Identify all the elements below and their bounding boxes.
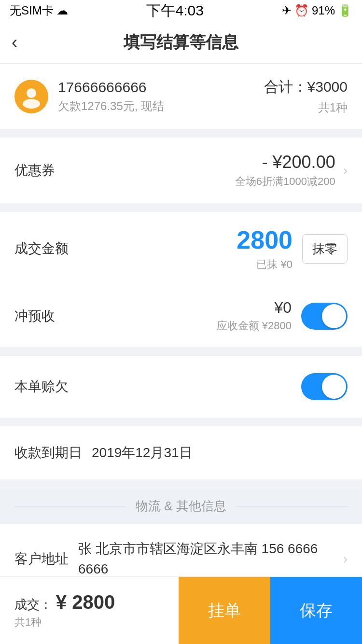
sim-status: 无SIM卡 ☁ (10, 3, 68, 18)
coupon-desc: 全场6折满1000减200 (235, 174, 335, 189)
chong-right: ¥0 应收金额 ¥2800 (217, 299, 348, 333)
avatar (14, 80, 48, 113)
bottom-btn-group: 挂单 保存 (179, 577, 362, 644)
divider (0, 479, 362, 488)
status-bar: 无SIM卡 ☁ 下午4:03 ✈ ⏰ 91% 🔋 (0, 0, 362, 21)
bottom-count: 共1种 (14, 615, 164, 630)
chong-amount: ¥0 (217, 299, 292, 317)
address-chevron-icon: › (343, 551, 348, 567)
bottom-amount: ¥ 2800 (56, 591, 115, 613)
chong-label: 冲预收 (14, 307, 55, 325)
deal-amount-label: 成交金额 (14, 239, 69, 258)
customer-left: 17666666666 欠款1276.35元, 现结 (14, 79, 164, 114)
status-time: 下午4:03 (146, 1, 203, 21)
due-date-value: 2019年12月31日 (92, 444, 193, 462)
customer-card: 17666666666 欠款1276.35元, 现结 合计：¥3000 共1种 (0, 64, 362, 129)
save-button[interactable]: 保存 (270, 577, 362, 644)
coupon-label: 优惠券 (14, 161, 55, 180)
deal-section: 成交金额 2800 已抹 ¥0 抹零 冲预收 ¥0 应收金额 ¥2800 (0, 212, 362, 347)
debt-toggle-knob (322, 375, 346, 399)
back-button[interactable]: ‹ (12, 32, 17, 53)
chong-pre-row: 冲预收 ¥0 应收金额 ¥2800 (0, 285, 362, 347)
already-rounded: 已抹 ¥0 (237, 257, 292, 272)
chong-amount-col: ¥0 应收金额 ¥2800 (217, 299, 292, 333)
svg-point-1 (23, 99, 40, 109)
status-right: ✈ ⏰ 91% 🔋 (282, 4, 352, 17)
alarm-icon: ⏰ (294, 4, 309, 17)
deal-amount-value: 2800 (237, 225, 292, 254)
bottom-deal-label: 成交： (14, 597, 52, 612)
customer-debt: 欠款1276.35元, 现结 (58, 98, 164, 114)
bottom-info: 成交： ¥ 2800 共1种 (0, 591, 179, 630)
deal-amount-col: 2800 已抹 ¥0 (237, 225, 292, 272)
debt-label: 本单赊欠 (14, 378, 69, 396)
round-zero-button[interactable]: 抹零 (302, 234, 348, 264)
bottom-bar: 成交： ¥ 2800 共1种 挂单 保存 (0, 576, 362, 644)
coupon-right: - ¥200.00 全场6折满1000减200 › (235, 152, 348, 189)
main-content: 17666666666 欠款1276.35元, 现结 合计：¥3000 共1种 … (0, 64, 362, 644)
deal-amount-row: 成交金额 2800 已抹 ¥0 抹零 (0, 212, 362, 285)
battery-icon: 🔋 (338, 4, 352, 17)
debt-toggle[interactable] (301, 373, 348, 400)
coupon-chevron-icon: › (343, 163, 348, 178)
chong-toggle[interactable] (301, 303, 348, 330)
logistics-line-left (14, 506, 126, 506)
customer-right: 合计：¥3000 共1种 (264, 77, 348, 115)
logistics-header: 物流 & 其他信息 (0, 488, 362, 524)
location-icon: ✈ (282, 4, 292, 17)
deal-right: 2800 已抹 ¥0 抹零 (237, 225, 348, 272)
page-title: 填写结算等信息 (124, 31, 238, 54)
nav-bar: ‹ 填写结算等信息 (0, 21, 362, 64)
customer-phone: 17666666666 (58, 79, 164, 96)
total-count: 共1种 (264, 100, 348, 115)
status-left: 无SIM卡 ☁ (10, 3, 68, 18)
bottom-deal-row: 成交： ¥ 2800 (14, 591, 164, 613)
logistics-title: 物流 & 其他信息 (136, 498, 226, 515)
total-amount: 合计：¥3000 (264, 77, 348, 97)
due-date-section: 收款到期日 2019年12月31日 (0, 426, 362, 479)
coupon-value-col: - ¥200.00 全场6折满1000减200 (235, 152, 335, 189)
logistics-line-right (236, 506, 348, 506)
customer-info: 17666666666 欠款1276.35元, 现结 (58, 79, 164, 114)
debt-section: 本单赊欠 (0, 356, 362, 418)
address-label: 客户地址 (14, 550, 69, 568)
coupon-section: 优惠券 - ¥200.00 全场6折满1000减200 › (0, 138, 362, 203)
debt-row: 本单赊欠 (0, 356, 362, 418)
address-value: 张 北京市市辖区海淀区永丰南 156 6666 6666 (78, 539, 334, 579)
battery-status: 91% (312, 4, 335, 17)
due-date-label: 收款到期日 (14, 444, 82, 462)
coupon-amount: - ¥200.00 (235, 152, 335, 172)
chong-receivable: 应收金额 ¥2800 (217, 319, 292, 333)
hang-button[interactable]: 挂单 (179, 577, 270, 644)
coupon-row[interactable]: 优惠券 - ¥200.00 全场6折满1000减200 › (0, 138, 362, 203)
svg-point-0 (27, 88, 36, 98)
chong-toggle-knob (322, 304, 346, 328)
